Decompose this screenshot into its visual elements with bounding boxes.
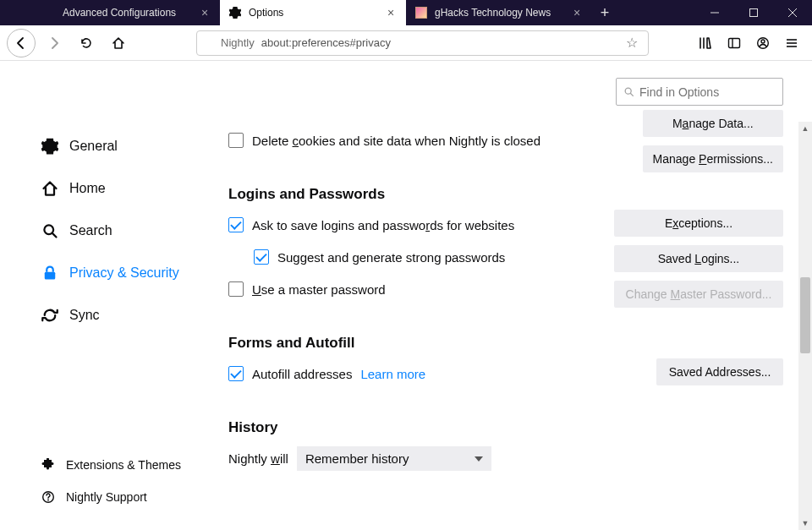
content-area: General Home Search Privacy & Security S… bbox=[0, 61, 812, 530]
close-tab-icon[interactable]: × bbox=[570, 6, 584, 19]
autofill-addresses-label: Autofill addresses bbox=[252, 367, 352, 381]
sidebar-item-label: Home bbox=[69, 181, 106, 196]
settings-main: Find in Options Manage Data... Manage Pe… bbox=[203, 61, 812, 530]
find-in-options[interactable]: Find in Options bbox=[616, 78, 783, 106]
reload-button[interactable] bbox=[73, 30, 100, 57]
search-icon bbox=[41, 221, 59, 240]
sidebar-item-extensions[interactable]: Extensions & Themes bbox=[34, 451, 195, 479]
tab-favicon-generic bbox=[42, 6, 56, 19]
svg-line-17 bbox=[631, 94, 634, 96]
identity-label: Nightly bbox=[221, 36, 255, 49]
tab-label: gHacks Technology News bbox=[435, 7, 570, 19]
scrollbar-thumb[interactable] bbox=[800, 277, 810, 353]
url-text: about:preferences#privacy bbox=[261, 36, 626, 49]
ask-save-logins-label: Ask to save logins and passwords for web… bbox=[252, 218, 514, 232]
sidebar-item-label: Sync bbox=[69, 308, 100, 323]
help-icon bbox=[41, 489, 56, 505]
ghacks-favicon bbox=[414, 6, 428, 19]
svg-point-15 bbox=[47, 500, 49, 501]
tab-label: Advanced Configurations bbox=[63, 7, 198, 19]
autofill-addresses-checkbox[interactable] bbox=[228, 366, 244, 381]
forward-button[interactable] bbox=[41, 30, 68, 57]
sidebar-item-label: General bbox=[69, 139, 118, 154]
firefox-icon bbox=[202, 36, 216, 50]
sync-icon bbox=[41, 306, 59, 325]
back-button[interactable] bbox=[7, 29, 36, 57]
history-mode-value: Remember history bbox=[305, 451, 409, 466]
exceptions-button[interactable]: Exceptions... bbox=[614, 210, 783, 237]
gear-icon bbox=[41, 137, 59, 156]
title-bar: Advanced Configurations × Options × gHac… bbox=[0, 0, 812, 25]
close-tab-icon[interactable]: × bbox=[198, 6, 211, 19]
library-button[interactable] bbox=[692, 30, 719, 57]
saved-logins-button[interactable]: Saved Logins... bbox=[614, 245, 783, 272]
tab-advanced-config[interactable]: Advanced Configurations × bbox=[34, 0, 220, 25]
new-tab-button[interactable]: + bbox=[592, 0, 617, 25]
delete-cookies-label: Delete cookies and site data when Nightl… bbox=[252, 134, 540, 148]
nav-toolbar: Nightly about:preferences#privacy ☆ bbox=[0, 25, 812, 61]
search-icon bbox=[623, 86, 634, 97]
sidebar-item-home[interactable]: Home bbox=[34, 171, 195, 206]
close-window-button[interactable] bbox=[773, 0, 812, 25]
sidebar-toggle-button[interactable] bbox=[721, 30, 748, 57]
sidebar-item-label: Nightly Support bbox=[66, 490, 147, 504]
search-placeholder: Find in Options bbox=[639, 85, 719, 99]
logins-heading: Logins and Passwords bbox=[228, 186, 787, 203]
history-heading: History bbox=[228, 419, 787, 436]
sidebar-item-search[interactable]: Search bbox=[34, 213, 195, 249]
sidebar-item-label: Search bbox=[69, 223, 112, 238]
app-menu-button[interactable] bbox=[778, 30, 805, 57]
vertical-scrollbar[interactable]: ▲ ▼ bbox=[798, 122, 812, 530]
lock-icon bbox=[41, 264, 59, 282]
svg-point-7 bbox=[761, 40, 765, 43]
learn-more-link[interactable]: Learn more bbox=[360, 367, 425, 381]
scroll-up-arrow[interactable]: ▲ bbox=[798, 122, 812, 135]
history-mode-select[interactable]: Remember history bbox=[297, 446, 491, 471]
suggest-passwords-checkbox[interactable] bbox=[254, 249, 269, 265]
sidebar-item-general[interactable]: General bbox=[34, 128, 195, 164]
minimize-button[interactable] bbox=[695, 0, 734, 25]
sidebar-item-label: Extensions & Themes bbox=[66, 458, 181, 472]
puzzle-icon bbox=[41, 457, 56, 473]
manage-data-button[interactable]: Manage Data... bbox=[643, 110, 783, 137]
bookmark-star-icon[interactable]: ☆ bbox=[626, 35, 643, 51]
svg-rect-1 bbox=[750, 9, 758, 17]
sidebar-item-support[interactable]: Nightly Support bbox=[34, 483, 195, 511]
suggest-passwords-label: Suggest and generate strong passwords bbox=[277, 250, 505, 265]
delete-cookies-checkbox[interactable] bbox=[228, 133, 244, 148]
maximize-button[interactable] bbox=[734, 0, 773, 25]
history-will-label: Nightly will bbox=[228, 451, 288, 466]
url-bar[interactable]: Nightly about:preferences#privacy ☆ bbox=[196, 30, 649, 56]
close-tab-icon[interactable]: × bbox=[384, 6, 398, 19]
use-master-password-checkbox[interactable] bbox=[228, 281, 244, 297]
manage-permissions-button[interactable]: Manage Permissions... bbox=[643, 145, 783, 172]
home-button[interactable] bbox=[105, 30, 132, 57]
saved-addresses-button[interactable]: Saved Addresses... bbox=[656, 358, 783, 385]
settings-sidebar: General Home Search Privacy & Security S… bbox=[0, 61, 203, 530]
svg-line-12 bbox=[52, 233, 56, 237]
scroll-down-arrow[interactable]: ▼ bbox=[798, 516, 812, 530]
home-icon bbox=[41, 179, 59, 198]
sidebar-item-privacy[interactable]: Privacy & Security bbox=[34, 255, 195, 291]
gear-icon bbox=[228, 6, 242, 19]
svg-rect-13 bbox=[45, 272, 56, 280]
svg-rect-4 bbox=[729, 38, 740, 47]
sidebar-item-label: Privacy & Security bbox=[69, 265, 179, 281]
forms-heading: Forms and Autofill bbox=[228, 335, 787, 352]
window-controls bbox=[695, 0, 812, 25]
tab-options[interactable]: Options × bbox=[220, 0, 406, 25]
ask-save-logins-checkbox[interactable] bbox=[228, 217, 244, 232]
tab-ghacks[interactable]: gHacks Technology News × bbox=[406, 0, 592, 25]
tab-label: Options bbox=[249, 7, 384, 19]
use-master-password-label: Use a master password bbox=[252, 282, 386, 297]
change-master-password-button[interactable]: Change Master Password... bbox=[614, 281, 783, 308]
sidebar-item-sync[interactable]: Sync bbox=[34, 298, 195, 333]
tab-strip: Advanced Configurations × Options × gHac… bbox=[0, 0, 695, 25]
account-button[interactable] bbox=[749, 30, 776, 57]
